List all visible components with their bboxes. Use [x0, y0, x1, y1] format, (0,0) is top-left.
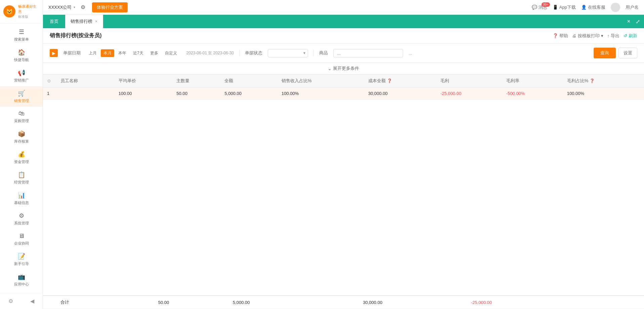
gross-pct-help-icon[interactable]: ❓ [590, 79, 595, 83]
table-header-row: ⚙ 员工名称 平均单价 主数量 全额 销售收入占比% 成本全额 ❓ 毛利 毛利率 [43, 74, 644, 88]
avatar[interactable] [611, 3, 620, 12]
print-chevron-icon: ▾ [601, 33, 603, 38]
sidebar-label-sales: 销售管理 [14, 98, 29, 103]
export-label: 导出 [611, 33, 619, 39]
tab-sales-rank-label: 销售排行榜 [71, 18, 92, 24]
filter-area: ▶ 单据日期 上月 本月 本年 近7天 更多 自定义 2023-06-01 至 … [43, 44, 644, 63]
date-tab-more[interactable]: 更多 [147, 49, 161, 57]
goods-input-wrapper [333, 49, 403, 57]
sidebar-item-finance[interactable]: 💰 资金管理 [0, 147, 43, 168]
th-employee-name: 员工名称 [56, 74, 115, 88]
goods-label: 商品 [319, 50, 328, 56]
refresh-label: 刷新 [629, 33, 637, 39]
filter-expand-arrow[interactable]: ▶ [50, 49, 58, 57]
tab-maximize-btn[interactable]: ⤢ [634, 17, 641, 26]
status-select[interactable] [268, 49, 308, 57]
footer-main-qty: 50.00 [154, 296, 229, 309]
sales-rank-table: ⚙ 员工名称 平均单价 主数量 全额 销售收入占比% 成本全额 ❓ 毛利 毛利率 [43, 74, 644, 100]
logo-text: 畅康通好生意 [18, 4, 39, 14]
management-icon: 📋 [18, 171, 25, 178]
template-print-label: 按模板打印 [578, 33, 600, 39]
filter-divider-2 [313, 50, 314, 56]
cost-help-icon[interactable]: ❓ [387, 79, 392, 83]
sidebar: 🐱 畅康通好生意 标准版 ☰ 搜索菜单 🏠 快捷导航 📢 营销推广 🛒 销售管理… [0, 0, 43, 309]
filter-row: ▶ 单据日期 上月 本月 本年 近7天 更多 自定义 2023-06-01 至 … [50, 48, 637, 58]
sidebar-label-apps: 应用中心 [14, 282, 29, 287]
th-cost-total: 成本全额 ❓ [364, 74, 436, 88]
help-btn[interactable]: ❓ 帮助 [553, 33, 568, 39]
settings-footer-btn[interactable]: ⚙ [6, 297, 16, 306]
tab-home[interactable]: 首页 [43, 15, 65, 28]
th-gross: 毛利 [436, 74, 502, 88]
footer-row: 合计 50.00 5,000.00 30,000.00 -25,000.00 [43, 296, 644, 309]
app-download-btn[interactable]: 📱 App下载 [553, 4, 576, 10]
filter-divider-1 [239, 50, 240, 56]
expand-conditions-btn[interactable]: ⌄ 展开更多条件 [328, 65, 359, 71]
more-filter-link[interactable]: ... [409, 51, 412, 56]
help-icon: ❓ [553, 33, 558, 38]
expand-conditions-row: ⌄ 展开更多条件 [43, 63, 644, 74]
inventory-icon: 📦 [18, 130, 25, 138]
sidebar-label-search: 搜索菜单 [14, 37, 29, 42]
footer-gross: -25,000.00 [467, 296, 581, 309]
sidebar-item-search[interactable]: ☰ 搜索菜单 [0, 25, 43, 45]
export-btn[interactable]: ↑ 导出 [607, 33, 620, 39]
apps-icon: 📺 [18, 273, 25, 280]
service-label: 在线客服 [588, 4, 605, 10]
sidebar-item-basic[interactable]: 📊 基础信息 [0, 188, 43, 209]
header-right: 💬 消息 99+ 📱 App下载 👤 在线客服 用户名 [532, 3, 639, 12]
template-print-btn[interactable]: 🖨 按模板打印 ▾ [572, 33, 603, 39]
sidebar-item-apps[interactable]: 📺 应用中心 [0, 270, 43, 290]
page-actions: ❓ 帮助 🖨 按模板打印 ▾ ↑ 导出 ↺ 刷新 [553, 33, 638, 39]
sidebar-item-system[interactable]: ⚙ 系统管理 [0, 209, 43, 229]
page-content: 销售排行榜(按业务员) ❓ 帮助 🖨 按模板打印 ▾ ↑ 导出 ↺ 刷新 [43, 28, 644, 309]
footer-empty-5 [612, 296, 644, 309]
sidebar-item-sales[interactable]: 🛒 销售管理 [0, 86, 43, 107]
date-tab-this-month[interactable]: 本月 [101, 49, 114, 57]
date-tab-this-year[interactable]: 本年 [116, 49, 129, 57]
sidebar-item-collab[interactable]: 🖥 企业协同 [0, 229, 43, 249]
sidebar-item-purchase[interactable]: 🛍 采购管理 [0, 107, 43, 127]
sidebar-label-quick: 快捷导航 [14, 57, 29, 62]
date-tab-7days[interactable]: 近7天 [130, 49, 146, 57]
goods-input[interactable] [333, 49, 403, 57]
sidebar-item-management[interactable]: 📋 经营管理 [0, 168, 43, 188]
online-service-btn[interactable]: 👤 在线客服 [581, 4, 605, 10]
cell-cost-total: 30,000.00 [364, 88, 436, 100]
footer-empty-2 [122, 296, 154, 309]
basic-icon: 📊 [18, 192, 25, 199]
date-tab-custom[interactable]: 自定义 [162, 49, 180, 57]
trial-button[interactable]: 体验行业方案 [92, 2, 128, 12]
tab-close-all-btn[interactable]: × [626, 17, 632, 26]
home-icon: 🏠 [18, 49, 25, 56]
sidebar-item-guide[interactable]: 📝 新手引导 [0, 249, 43, 270]
expand-label: 展开更多条件 [333, 65, 359, 71]
username-label[interactable]: 用户名 [626, 4, 639, 10]
date-tab-last-month[interactable]: 上月 [86, 49, 99, 57]
sidebar-label-purchase: 采购管理 [14, 118, 29, 123]
setting-button[interactable]: 设置 [618, 48, 637, 58]
query-button[interactable]: 查询 [594, 48, 616, 58]
th-gross-rate: 毛利率 [502, 74, 563, 88]
collapse-sidebar-btn[interactable]: ◀ [28, 297, 37, 306]
header-gear-icon[interactable]: ⚙ [81, 4, 85, 10]
company-selector[interactable]: XXXXX公司 ▾ [48, 4, 75, 10]
sidebar-item-quick[interactable]: 🏠 快捷导航 [0, 45, 43, 66]
tab-close-icon[interactable]: × [95, 19, 97, 24]
sidebar-item-marketing[interactable]: 📢 营销推广 [0, 66, 43, 86]
th-settings: ⚙ [43, 74, 56, 88]
th-settings-icon[interactable]: ⚙ [47, 79, 51, 84]
th-total: 全额 [220, 74, 277, 88]
sidebar-item-inventory[interactable]: 📦 库存核算 [0, 127, 43, 147]
tab-sales-rank[interactable]: 销售排行榜 × [65, 15, 103, 28]
footer-empty-4 [581, 296, 612, 309]
tab-home-label: 首页 [50, 18, 58, 24]
page-title: 销售排行榜(按业务员) [50, 32, 102, 39]
message-btn[interactable]: 💬 消息 99+ [532, 4, 547, 10]
sidebar-item-wechat[interactable]: 💬 企业微信 [0, 290, 43, 293]
refresh-btn[interactable]: ↺ 刷新 [624, 33, 637, 39]
company-chevron-icon: ▾ [74, 5, 75, 9]
date-tabs: 上月 本月 本年 近7天 更多 自定义 [86, 49, 180, 57]
date-range-display: 2023-06-01 至 2023-06-30 [186, 51, 234, 55]
logo-subtitle: 标准版 [18, 14, 39, 19]
